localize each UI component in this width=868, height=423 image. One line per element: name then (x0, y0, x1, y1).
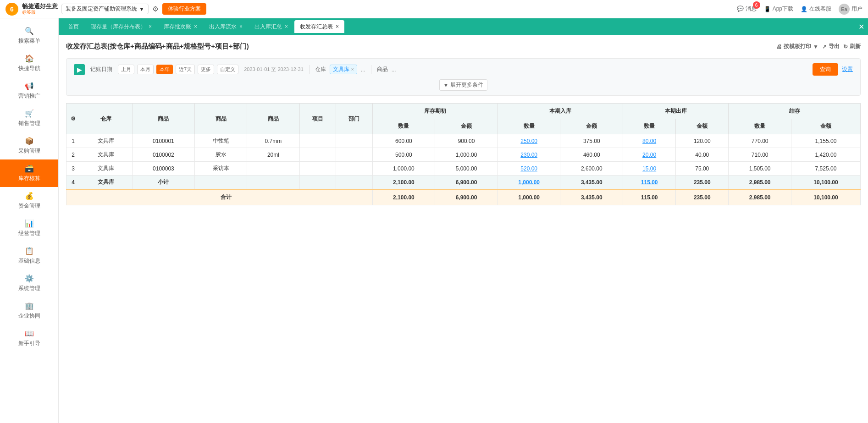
row2-goods-code: 0100002 (132, 148, 195, 162)
row1-out-qty-link[interactable]: 80.00 (642, 138, 656, 144)
row1-in-qty-link[interactable]: 250.00 (520, 138, 537, 144)
tab-receipt-summary-close[interactable]: × (336, 24, 339, 29)
goods-more-btn[interactable]: ... (392, 66, 396, 73)
app-download[interactable]: 📱 App下载 (764, 5, 793, 13)
query-button[interactable]: 查询 (813, 63, 838, 76)
subtotal-bal-amt: 10,100.00 (791, 176, 860, 190)
subtotal-empty4 (336, 176, 372, 190)
warehouse-tag-close[interactable]: × (351, 67, 354, 72)
sidebar-item-finance[interactable]: 💰 资金管理 (0, 187, 58, 214)
row2-warehouse: 文具库 (80, 148, 133, 162)
tab-inventory-dist[interactable]: 现存量（库存分布表） × (85, 20, 157, 33)
inventory-icon: 🗃️ (25, 164, 34, 173)
settings-link[interactable]: 设置 (842, 66, 853, 73)
sidebar-item-basic-info[interactable]: 📋 基础信息 (0, 242, 58, 269)
row3-in-qty[interactable]: 520.00 (498, 162, 560, 176)
sidebar-item-quick-nav[interactable]: 🏠 快捷导航 (0, 49, 58, 77)
sidebar-item-search[interactable]: 🔍 搜索菜单 (0, 22, 58, 49)
date-btn-more[interactable]: 更多 (198, 65, 214, 74)
row3-in-qty-link[interactable]: 520.00 (520, 165, 537, 172)
total-row: 合计 2,100.00 6,900.00 1,000.00 3,435.00 1… (66, 189, 861, 205)
warehouse-more-btn[interactable]: ... (361, 66, 365, 73)
row1-out-qty[interactable]: 80.00 (623, 134, 676, 148)
date-filter-label: 记账日期 (90, 66, 112, 73)
subtotal-empty1 (195, 176, 247, 190)
system-selector[interactable]: 装备及固定资产辅助管理系统 ▼ (61, 4, 149, 14)
sidebar-item-operations[interactable]: 📊 经营管理 (0, 214, 58, 242)
row3-opening-qty: 1,000.00 (372, 162, 435, 176)
subtotal-out-qty-link[interactable]: 115.00 (641, 179, 658, 186)
export-icon: ↗ (822, 44, 827, 50)
tab-batch-ledger-label: 库存批次账 (164, 23, 191, 31)
filter-toggle-btn[interactable]: ▶ (74, 64, 85, 75)
tab-receipt-summary[interactable]: 收发存汇总表 × (294, 20, 344, 33)
tab-home-label: 首页 (68, 23, 79, 31)
sidebar-label-purchase: 采购管理 (18, 147, 40, 155)
subtotal-warehouse: 文具库 (80, 176, 133, 190)
sidebar-item-enterprise[interactable]: 🏢 企业协同 (0, 297, 58, 324)
page-title-row: 收发存汇总表(按仓库+商品编码+商品+规格型号+项目+部门) 🖨 按模板打印 ▼… (66, 42, 861, 51)
avatar: Ea (839, 4, 850, 15)
date-btn-custom[interactable]: 自定义 (217, 65, 238, 74)
tab-bar-close-btn[interactable]: ✕ (858, 22, 864, 31)
tab-in-out-summary-close[interactable]: × (285, 24, 288, 29)
row3-warehouse: 文具库 (80, 162, 133, 176)
tab-in-out-flow-close[interactable]: × (239, 24, 243, 29)
sidebar-item-purchase[interactable]: 📦 采购管理 (0, 132, 58, 159)
sidebar-item-marketing[interactable]: 📢 营销推广 (0, 77, 58, 104)
expand-conditions-btn[interactable]: ▼ 展开更多条件 (439, 79, 488, 91)
notification-area[interactable]: 💬 6 消息 (737, 5, 756, 13)
tab-batch-ledger-close[interactable]: × (194, 24, 197, 29)
warehouse-label: 仓库 (315, 66, 326, 73)
warehouse-tag-text: 文具库 (333, 66, 349, 73)
main-layout: 🔍 搜索菜单 🏠 快捷导航 📢 营销推广 🛒 销售管理 📦 采购管理 🗃️ 库存… (0, 18, 868, 423)
col-goods-spec-header: 商品 (247, 104, 299, 134)
tab-home[interactable]: 首页 (62, 20, 84, 33)
sidebar-item-system[interactable]: ⚙️ 系统管理 (0, 269, 58, 297)
row3-out-qty-link[interactable]: 15.00 (642, 165, 656, 172)
trial-button[interactable]: 体验行业方案 (162, 3, 206, 15)
tab-in-out-flow[interactable]: 出入库流水 × (204, 20, 248, 33)
col-settings-header[interactable]: ⚙ (66, 104, 80, 134)
date-btn-this-month[interactable]: 本月 (137, 65, 154, 74)
subtotal-in-qty-link[interactable]: 1,000.00 (518, 179, 540, 186)
top-bar-right: 💬 6 消息 📱 App下载 👤 在线客服 Ea 用户 (737, 4, 862, 15)
row3-goods-code: 0100003 (132, 162, 195, 176)
tab-batch-ledger[interactable]: 库存批次账 × (158, 20, 203, 33)
refresh-button[interactable]: ↻ 刷新 (843, 43, 861, 50)
row1-in-qty[interactable]: 250.00 (498, 134, 560, 148)
sidebar: 🔍 搜索菜单 🏠 快捷导航 📢 营销推广 🛒 销售管理 📦 采购管理 🗃️ 库存… (0, 18, 59, 423)
user-area[interactable]: Ea 用户 (839, 4, 862, 15)
export-button[interactable]: ↗ 导出 (822, 43, 840, 50)
row2-in-amt: 460.00 (560, 148, 623, 162)
row2-no: 2 (66, 148, 80, 162)
row2-out-qty-link[interactable]: 20.00 (642, 152, 656, 158)
sidebar-item-sales[interactable]: 🛒 销售管理 (0, 104, 58, 132)
gear-icon[interactable]: ⚙ (152, 5, 159, 13)
refresh-label: 刷新 (850, 43, 861, 50)
enterprise-icon: 🏢 (25, 302, 34, 310)
date-btn-7days[interactable]: 近7天 (176, 65, 195, 74)
subtotal-out-amt: 235.00 (676, 176, 729, 190)
purchase-icon: 📦 (25, 137, 34, 145)
row3-out-qty[interactable]: 15.00 (623, 162, 676, 176)
row1-out-amt: 120.00 (676, 134, 729, 148)
tab-in-out-summary[interactable]: 出入库汇总 × (249, 20, 293, 33)
row2-out-qty[interactable]: 20.00 (623, 148, 676, 162)
date-btn-last-month[interactable]: 上月 (118, 65, 134, 74)
print-button[interactable]: 🖨 按模板打印 ▼ (776, 43, 818, 50)
tab-inventory-dist-close[interactable]: × (149, 24, 152, 29)
row2-in-qty[interactable]: 230.00 (498, 148, 560, 162)
sidebar-item-inventory[interactable]: 🗃️ 库存核算 (0, 159, 58, 187)
page-title: 收发存汇总表(按仓库+商品编码+商品+规格型号+项目+部门) (66, 42, 249, 51)
subtotal-out-qty[interactable]: 115.00 (623, 176, 676, 190)
online-service[interactable]: 👤 在线客服 (801, 5, 831, 13)
sidebar-item-guide[interactable]: 📖 新手引导 (0, 324, 58, 352)
filter-area: ▶ 记账日期 上月 本月 本年 近7天 更多 自定义 2023-01-01 至 … (66, 58, 861, 96)
row2-in-qty-link[interactable]: 230.00 (520, 152, 537, 158)
top-bar-left: 6 畅捷通好生意 标签版 装备及固定资产辅助管理系统 ▼ ⚙ 体验行业方案 (6, 3, 206, 16)
row2-opening-qty: 500.00 (372, 148, 435, 162)
date-btn-this-year[interactable]: 本年 (156, 65, 173, 74)
sidebar-label-search: 搜索菜单 (18, 37, 40, 45)
subtotal-in-qty[interactable]: 1,000.00 (498, 176, 560, 190)
